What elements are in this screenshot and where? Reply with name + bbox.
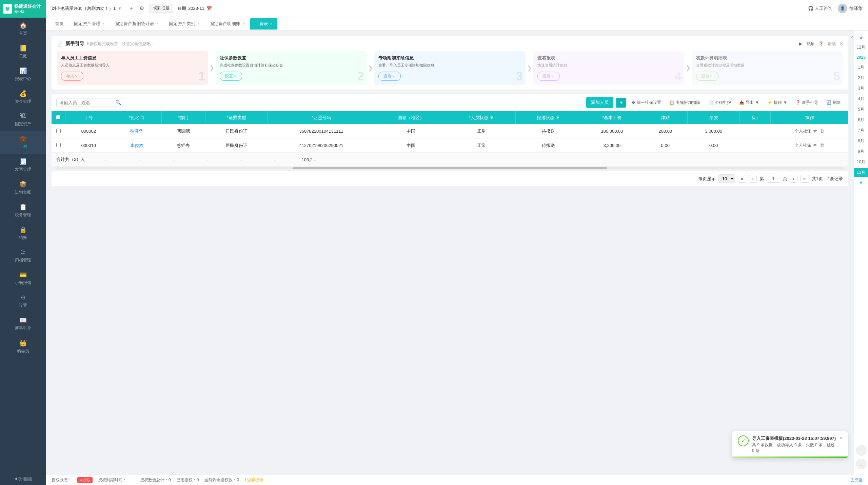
sidebar-item-funds[interactable]: 💰 资金管理 — [0, 86, 46, 109]
rp-year-2023[interactable]: 2023 — [854, 53, 868, 61]
wizard-step-2-btn[interactable]: 设置＞ — [220, 72, 242, 81]
sidebar-item-closing[interactable]: 🔒 结账 — [0, 222, 46, 245]
sidebar-item-tax[interactable]: 📋 税务管理 — [0, 199, 46, 222]
tab-fixed-detail-close-icon[interactable]: × — [242, 22, 244, 26]
row1-check[interactable] — [56, 129, 61, 133]
year-down-arrow[interactable]: ▼ — [857, 179, 865, 187]
wizard-step-5-btn[interactable]: 查看＞ — [696, 72, 718, 81]
rp-month-2[interactable]: 2月 — [854, 73, 868, 82]
sidebar-item-home[interactable]: 🏠 首页 — [0, 18, 46, 40]
go-buy-btn[interactable]: 去充值 — [850, 477, 863, 483]
settings-btn[interactable]: ⚙ — [138, 4, 145, 13]
search-icon[interactable]: 🔍 — [115, 100, 121, 105]
wizard-step-2-desc: 完成社保参数设置自动计算社保公积金 — [220, 62, 362, 68]
rp-month-3[interactable]: 3月 — [854, 84, 868, 93]
user-menu[interactable]: 👤 徐泽华 — [838, 4, 863, 13]
row2-status-badge: 正常 — [475, 142, 488, 149]
tab-fixed-detail[interactable]: 固定资产明细账 × — [205, 18, 249, 30]
wizard-step-1-btn[interactable]: 导入＞ — [61, 72, 83, 81]
rp-month-12[interactable]: 12月 — [854, 43, 868, 52]
sidebar-item-settings[interactable]: ⚙ 设置 — [0, 290, 46, 313]
period-label: 账期 — [177, 5, 186, 12]
tab-home[interactable]: 首页 — [50, 18, 68, 30]
wizard-step-3-num: 3 — [516, 69, 523, 83]
wizard-step-4-btn[interactable]: 查看＞ — [537, 72, 560, 81]
tab-depreciation[interactable]: 固定资产折旧统计表 × — [110, 18, 163, 30]
sidebar-item-expense[interactable]: 💳 小畅报销 — [0, 267, 46, 290]
rp-month-1[interactable]: 1月 — [854, 63, 868, 72]
wizard-title: 📄 新手引导 5步快速完成设置，快去完善信息吧～ — [57, 41, 155, 47]
rp-month-11[interactable]: 11月 — [854, 168, 868, 177]
rp-month-6[interactable]: 6月 — [854, 115, 868, 125]
rp-icon-btn-2[interactable]: ↓ — [856, 459, 867, 469]
support-btn[interactable]: 🎧 人工咨询 — [808, 5, 832, 12]
search-input[interactable] — [59, 100, 113, 105]
row2-delete-icon[interactable]: 🗑 — [820, 143, 824, 148]
operations-btn[interactable]: ⚡ 操作 ▼ — [765, 98, 790, 107]
tab-fixed-assets[interactable]: 固定资产管理 × — [69, 18, 109, 30]
panel-expand-btn[interactable]: ⤢ — [857, 33, 865, 41]
tab-depreciation-close-icon[interactable]: × — [156, 22, 158, 26]
rp-icon-btn-1[interactable]: ↑ — [856, 445, 867, 456]
sidebar-item-guide[interactable]: 📖 新手引导 — [0, 313, 46, 335]
row2-name-link[interactable]: 李俊杰 — [130, 143, 143, 148]
topbar-account[interactable]: 刘小艳演示账套（勿删勿动！）1 ▼ — [52, 5, 122, 12]
sidebar-item-billing[interactable]: 🧾 发票管理 — [0, 154, 46, 176]
toolbar-right: 添加人员 ▼ ⚙ 统一社保设置 📋 专项附加扣除 📄 个税申报 — [586, 97, 844, 108]
col-submit[interactable]: 报送状态 ▼ — [516, 111, 581, 124]
tax-filing-btn[interactable]: 📄 个税申报 — [706, 98, 734, 107]
next-page-btn[interactable]: › — [790, 175, 797, 183]
row2-edit-icon[interactable]: ✏ — [813, 143, 817, 148]
check-all-checkbox[interactable] — [56, 115, 60, 119]
calendar-icon[interactable]: 📅 — [206, 6, 212, 11]
tab-payroll-table[interactable]: 工资表 × — [250, 18, 277, 30]
tab-fixed-category[interactable]: 固定资产类别 × — [164, 18, 204, 30]
tab-payroll-close-icon[interactable]: × — [270, 22, 272, 26]
first-page-btn[interactable]: « — [738, 175, 746, 183]
last-page-btn[interactable]: » — [800, 175, 809, 183]
switch-version-btn[interactable]: 切到旧版 — [150, 4, 173, 13]
rp-month-10[interactable]: 10月 — [854, 157, 868, 167]
rp-month-9[interactable]: 9月 — [854, 147, 868, 156]
add-person-dropdown-btn[interactable]: ▼ — [616, 98, 626, 108]
sidebar-item-ledger[interactable]: 📒 总账 — [0, 40, 46, 63]
horizontal-scrollbar[interactable] — [56, 167, 844, 169]
deduction-btn[interactable]: 📋 专项附加扣除 — [667, 98, 703, 107]
rp-month-4[interactable]: 4月 — [854, 94, 868, 104]
per-page-select[interactable]: 10 20 50 — [718, 174, 735, 183]
page-number-input[interactable] — [767, 175, 780, 183]
new-guide-btn[interactable]: ❓ 新手引导 — [793, 98, 821, 107]
used-label: 已用授权：0 — [176, 477, 199, 483]
rp-month-5[interactable]: 5月 — [854, 105, 868, 114]
prev-page-btn[interactable]: ‹ — [749, 175, 756, 183]
sidebar-item-member[interactable]: 👑 畅会员 — [0, 335, 46, 358]
row2-check[interactable] — [56, 143, 61, 147]
panel-close-btn[interactable]: × — [848, 33, 856, 41]
tab-fixed-category-close-icon[interactable]: × — [197, 22, 199, 26]
sidebar-item-payroll[interactable]: 💼 工资 — [0, 131, 46, 154]
wizard-close-btn[interactable]: × — [840, 41, 843, 47]
employee-table-wrap: 工号 *姓名 ⇅ *部门 *证照类型 *证照号码 国籍（地区） *人员状态 ▼ … — [52, 111, 848, 153]
rp-month-8[interactable]: 8月 — [854, 136, 868, 146]
wizard-step-3-btn[interactable]: 查看＞ — [378, 72, 401, 81]
help-label[interactable]: 帮助 — [828, 41, 836, 47]
sidebar-item-fixed-assets[interactable]: 🏗 固定资产 — [0, 109, 46, 131]
add-account-btn[interactable]: ＋ — [127, 3, 135, 13]
refresh-btn[interactable]: 🔄 刷新 — [824, 98, 844, 107]
row1-name-link[interactable]: 徐泽华 — [130, 129, 143, 134]
sidebar-item-archive[interactable]: 🗂 归档管理 — [0, 245, 46, 267]
export-btn[interactable]: 📤 导出 ▼ — [736, 98, 762, 107]
add-person-btn[interactable]: 添加人员 — [586, 97, 613, 108]
sidebar-item-inventory[interactable]: 📦 进销台账 — [0, 176, 46, 199]
social-insurance-btn[interactable]: ⚙ 统一社保设置 — [629, 98, 664, 107]
col-status[interactable]: *人员状态 ▼ — [447, 111, 516, 124]
row1-edit-icon[interactable]: ✏ — [813, 128, 817, 133]
rp-month-7[interactable]: 7月 — [854, 126, 868, 135]
toast-close-btn[interactable]: × — [840, 435, 842, 441]
sidebar-unpin[interactable]: ◀取消固定 — [0, 473, 46, 485]
tab-fixed-assets-close-icon[interactable]: × — [102, 22, 104, 26]
col-name[interactable]: *姓名 ⇅ — [112, 111, 161, 124]
row1-delete-icon[interactable]: 🗑 — [820, 128, 824, 133]
video-label[interactable]: 视频 — [806, 41, 814, 47]
sidebar-item-reports[interactable]: 📊 报表中心 — [0, 63, 46, 86]
